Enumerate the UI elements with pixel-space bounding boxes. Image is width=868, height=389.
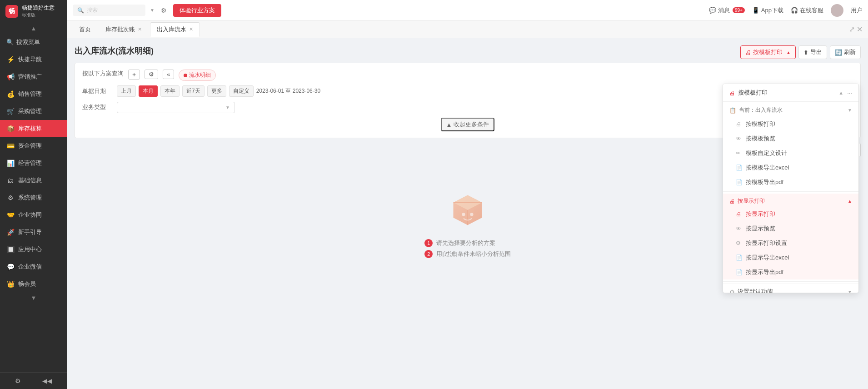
sidebar: 畅 畅捷通好生意 标准版 ▲ 🔍 搜索菜单 ⚡ 快捷导航 📢 营销推广 💰 销售…	[0, 0, 67, 389]
tab-home[interactable]: 首页	[73, 23, 97, 36]
tab-flowlist[interactable]: 出入库流水 ✕	[150, 22, 200, 37]
tabs-collapse-icon[interactable]: ✕	[857, 25, 863, 34]
tab-batch[interactable]: 库存批次账 ✕	[99, 23, 148, 36]
filter-gear-btn[interactable]: ⚙	[145, 70, 158, 79]
page-content: 出入库流水(流水明细) 🖨 按模板打印 ▲ ⬆ 导出 🔄 刷新 按以下方案查询 …	[67, 38, 868, 389]
app-download-icon: 📱	[752, 7, 759, 14]
date-btn-last-month[interactable]: 上月	[117, 85, 136, 97]
page-actions: 🖨 按模板打印 ▲ ⬆ 导出 🔄 刷新	[740, 45, 861, 59]
topbar-app-download[interactable]: 📱 App下载	[752, 6, 783, 15]
operation-icon: 📊	[6, 160, 15, 167]
print-dropdown-arrow[interactable]: ▲	[786, 50, 791, 55]
topbar-message[interactable]: 💬 消息 99+	[709, 6, 745, 15]
topbar-right: 💬 消息 99+ 📱 App下载 🎧 在线客服 用户	[709, 4, 863, 17]
inventory-icon: 📦	[6, 125, 15, 132]
export-btn[interactable]: ⬆ 导出	[798, 45, 827, 59]
sidebar-logo: 畅 畅捷通好生意 标准版	[0, 0, 67, 23]
dp-dexcel-icon: 📄	[736, 254, 742, 261]
filter-chip-dot	[184, 74, 187, 77]
sidebar-item-sales[interactable]: 💰 销售管理	[0, 85, 67, 103]
dp-display-pdf[interactable]: 📄 按显示导出pdf	[723, 265, 858, 279]
topbar: 🔍 搜索 ▼ ⚙ 体验行业方案 💬 消息 99+ 📱 App下载 🎧 在线客服 …	[67, 0, 868, 21]
filter-chip[interactable]: 流水明细	[179, 70, 216, 81]
empty-icon	[447, 189, 488, 230]
sidebar-scroll-down[interactable]: ▼	[0, 293, 67, 303]
date-btn-this-year[interactable]: 本年	[160, 85, 180, 97]
dp-template-preview[interactable]: 👁 按模板预览	[723, 131, 858, 146]
dp-dsettings-icon: ⚙	[736, 240, 742, 246]
sidebar-search[interactable]: 🔍 搜索菜单	[0, 34, 67, 51]
dp-bottom-item[interactable]: ⚙ 设置默认功能 ▼	[723, 284, 858, 293]
dp-display-print[interactable]: 🖨 按显示打印	[723, 207, 858, 221]
sidebar-item-guide[interactable]: 🚀 新手引导	[0, 224, 67, 241]
sidebar-item-appstore[interactable]: 🔲 应用中心	[0, 241, 67, 258]
dp-display-excel[interactable]: 📄 按显示导出excel	[723, 250, 858, 265]
dp-current-arrow[interactable]: ▼	[848, 108, 852, 113]
topbar-gear-icon[interactable]: ⚙	[161, 7, 167, 14]
date-btn-more[interactable]: 更多	[207, 85, 226, 97]
dp-print-icon: 🖨	[729, 90, 735, 96]
sidebar-item-coop[interactable]: 🤝 企业协同	[0, 206, 67, 224]
filter-collapse-btn[interactable]: ▲ 收起更多条件	[441, 118, 495, 131]
topbar-search-box[interactable]: 🔍 搜索	[73, 5, 145, 16]
topbar-customer-service[interactable]: 🎧 在线客服	[791, 6, 823, 15]
dp-template-pdf[interactable]: 📄 按模板导出pdf	[723, 175, 858, 190]
user-name[interactable]: 用户	[851, 6, 863, 15]
date-btn-this-month[interactable]: 本月	[139, 85, 158, 97]
dp-display-arrow[interactable]: ▲	[848, 199, 852, 204]
print-icon: 🖨	[745, 49, 751, 56]
trial-btn[interactable]: 体验行业方案	[173, 4, 221, 17]
sidebar-item-operation[interactable]: 📊 经营管理	[0, 155, 67, 172]
dp-current-section[interactable]: 📋 当前：出入库流水 ▼	[723, 102, 858, 117]
appstore-icon: 🔲	[6, 246, 15, 253]
sidebar-scroll-up[interactable]: ▲	[0, 23, 67, 34]
refresh-btn[interactable]: 🔄 刷新	[830, 45, 861, 59]
sidebar-item-finance[interactable]: 💳 资金管理	[0, 137, 67, 155]
dp-texcel-icon: 📄	[736, 165, 742, 171]
user-avatar[interactable]	[831, 4, 843, 17]
tab-flowlist-close[interactable]: ✕	[189, 26, 193, 32]
dp-template-excel[interactable]: 📄 按模板导出excel	[723, 160, 858, 175]
topbar-search-icon: 🔍	[77, 7, 84, 14]
dp-tpreview-icon: 👁	[736, 135, 742, 142]
dp-display-print-section: 🖨 按显示打印 ▲ 🖨 按显示打印 👁 按显示预览 ⚙	[723, 194, 858, 279]
sidebar-item-marketing[interactable]: 📢 营销推广	[0, 68, 67, 85]
biz-type-select[interactable]: ▼	[117, 102, 235, 113]
dp-tdesign-icon: ✏	[736, 150, 742, 156]
collapse-up-icon: ▲	[446, 121, 452, 128]
sidebar-item-system[interactable]: ⚙ 系统管理	[0, 189, 67, 206]
dp-dpdf-icon: 📄	[736, 269, 742, 275]
sidebar-item-basic[interactable]: 🗂 基础信息	[0, 172, 67, 189]
dp-display-preview[interactable]: 👁 按显示预览	[723, 221, 858, 236]
sidebar-item-wechat[interactable]: 💬 企业微信	[0, 258, 67, 275]
sidebar-item-quick-nav[interactable]: ⚡ 快捷导航	[0, 51, 67, 68]
filter-add-btn[interactable]: +	[128, 70, 140, 80]
sales-icon: 💰	[6, 90, 15, 98]
tabs-expand-icon[interactable]: ⤢	[849, 25, 855, 34]
search-icon: 🔍	[6, 39, 14, 45]
date-btn-custom[interactable]: 自定义	[229, 85, 254, 97]
logo-icon: 畅	[5, 5, 18, 18]
print-template-btn[interactable]: 🖨 按模板打印 ▲	[740, 45, 796, 59]
sidebar-bottom: ⚙ ◀◀	[0, 372, 67, 389]
basic-icon: 🗂	[6, 177, 15, 184]
dp-template-print[interactable]: 🖨 按模板打印	[723, 117, 858, 131]
message-icon: 💬	[709, 7, 716, 14]
sidebar-settings-btn[interactable]: ⚙	[15, 377, 21, 384]
dp-template-design[interactable]: ✏ 模板自定义设计	[723, 146, 858, 160]
sidebar-toggle-btn[interactable]: ◀◀	[42, 377, 52, 384]
dp-display-settings[interactable]: ⚙ 按显示打印设置	[723, 236, 858, 250]
tab-batch-close[interactable]: ✕	[138, 26, 142, 32]
sidebar-item-inventory[interactable]: 📦 库存核算	[0, 120, 67, 137]
filter-collapse-left-btn[interactable]: «	[163, 70, 174, 79]
date-btn-7days[interactable]: 近7天	[182, 85, 205, 97]
sidebar-item-purchase[interactable]: 🛒 采购管理	[0, 103, 67, 120]
dp-more-icon[interactable]: ···	[847, 90, 852, 96]
dp-bottom-icon: ⚙	[729, 289, 735, 293]
coop-icon: 🤝	[6, 211, 15, 219]
finance-icon: 💳	[6, 142, 15, 150]
sidebar-item-member[interactable]: 👑 畅会员	[0, 275, 67, 293]
dp-up-arrow[interactable]: ▲	[838, 90, 843, 95]
topbar-dropdown-caret[interactable]: ▼	[150, 8, 155, 13]
dp-tpdf-icon: 📄	[736, 179, 742, 185]
